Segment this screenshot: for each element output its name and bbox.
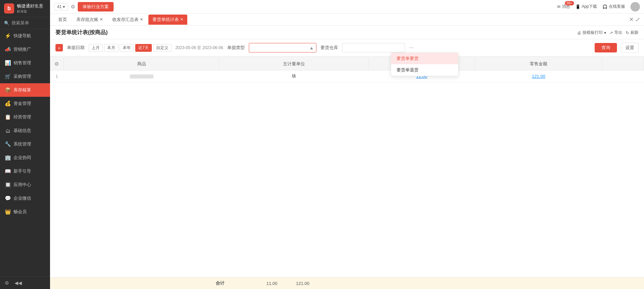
last-7-days-btn[interactable]: 近7天 <box>135 44 152 52</box>
app-download-btn[interactable]: 📱 App下载 <box>575 4 597 9</box>
tab-order-stats[interactable]: 要货单统计表 ✕ <box>148 15 187 25</box>
system-nav-icon: 🔧 <box>5 141 11 147</box>
refresh-btn[interactable]: ↻ 刷新 <box>626 30 639 36</box>
sidebar-nav: ⚡快捷导航📣营销推广📊销售管理🛒采购管理📦库存核算💰资金管理📋经营管理🗂基础信息… <box>0 29 50 276</box>
table-row: 1 块 11.00 121.00 <box>50 70 644 82</box>
topbar-left: 41 ▾ ⚙ 体验行业方案 <box>54 2 554 12</box>
sidebar-item-search[interactable]: 🔍 搜索菜单 <box>0 17 50 29</box>
sidebar-item-system[interactable]: 🔧系统管理 <box>0 137 50 151</box>
app-name: 畅捷通好生意 <box>17 3 43 9</box>
sidebar-item-label: 资金管理 <box>14 101 31 107</box>
messages-btn[interactable]: ✉ 消息 99+ <box>557 4 570 9</box>
type-filter-input[interactable] <box>249 43 316 52</box>
col-unit: 主计量单位 <box>219 58 368 70</box>
dropdown-item-order-return[interactable]: 要货单退货 <box>391 64 458 76</box>
tabs-close-btn[interactable]: ✕ <box>629 16 634 23</box>
tab-order-stats-close[interactable]: ✕ <box>180 17 183 22</box>
row-amount[interactable]: 121.00 <box>475 70 602 82</box>
sidebar-item-sales[interactable]: 📊销售管理 <box>0 56 50 70</box>
tab-collection-summary-label: 收发存汇总表 <box>112 17 139 23</box>
table-header-row: ⚙ 商品 主计量单位 主数量 零售金额 <box>50 58 644 70</box>
this-month-btn[interactable]: 本月 <box>104 44 118 52</box>
sidebar-item-label: 销售管理 <box>14 60 31 66</box>
sidebar-item-purchase[interactable]: 🛒采购管理 <box>0 70 50 83</box>
this-year-btn[interactable]: 本年 <box>120 44 134 52</box>
shortcuts-nav-icon: ⚡ <box>5 33 11 39</box>
dropdown-item-order-goods[interactable]: 要货单要货 <box>391 53 458 64</box>
print-label: 按模板打印 <box>582 30 603 36</box>
print-btn[interactable]: 🖨 按模板打印 ▾ <box>577 30 606 36</box>
sidebar-item-shortcuts[interactable]: ⚡快捷导航 <box>0 29 50 43</box>
tab-home[interactable]: 首页 <box>54 15 71 25</box>
type-filter-arrow[interactable]: ▲ <box>309 45 314 50</box>
sidebar-collapse-icon[interactable]: ◀◀ <box>15 280 22 286</box>
store-selector[interactable]: 41 ▾ <box>54 3 68 10</box>
data-table-container: ⚙ 商品 主计量单位 主数量 零售金额 1 块 11.00 <box>50 58 644 277</box>
tab-inventory-batch-label: 库存批次账 <box>76 17 98 23</box>
sidebar-item-label: 应用中心 <box>14 182 31 188</box>
trial-button[interactable]: 体验行业方案 <box>78 2 114 12</box>
custom-date-btn[interactable]: 自定义 <box>153 44 171 52</box>
messages-badge: 99+ <box>565 1 574 5</box>
sidebar-item-basic-info[interactable]: 🗂基础信息 <box>0 124 50 137</box>
tab-inventory-batch-close[interactable]: ✕ <box>100 17 103 22</box>
tab-collection-summary-close[interactable]: ✕ <box>140 17 143 22</box>
sidebar-item-wechat[interactable]: 💬企业微信 <box>0 192 50 205</box>
footer-total-label: 合计 <box>135 280 224 286</box>
sidebar-settings-icon[interactable]: ⚙ <box>5 280 9 286</box>
sidebar-item-app-center[interactable]: 🔲应用中心 <box>0 178 50 192</box>
date-filter-label: 单据日期 <box>67 45 85 51</box>
row-extra <box>602 70 644 82</box>
export-label: 导出 <box>614 30 622 36</box>
export-icon: ↗ <box>610 30 613 35</box>
sidebar-item-member[interactable]: 👑畅会员 <box>0 205 50 219</box>
query-button[interactable]: 查询 <box>595 43 617 52</box>
filter-expand-btn[interactable]: » <box>55 44 63 51</box>
sidebar-item-enterprise[interactable]: 🏢企业协同 <box>0 151 50 164</box>
sidebar-item-inventory[interactable]: 📦库存核算 <box>0 83 50 97</box>
col-settings[interactable]: ⚙ <box>50 58 64 70</box>
export-btn[interactable]: ↗ 导出 <box>610 30 622 36</box>
main-area: 41 ▾ ⚙ 体验行业方案 ✉ 消息 99+ 📱 App下载 🎧 在线客服 <box>50 0 644 289</box>
sidebar: b 畅捷通好生意 标准版 🔍 搜索菜单 ⚡快捷导航📣营销推广📊销售管理🛒采购管理… <box>0 0 50 289</box>
more-filter-btn[interactable]: ··· <box>409 45 413 51</box>
wechat-nav-icon: 💬 <box>5 195 11 201</box>
sidebar-item-guide[interactable]: 📖新手引导 <box>0 164 50 178</box>
search-nav-icon: 🔍 <box>4 21 9 26</box>
filter-bar: » 单据日期 上月 本月 本年 近7天 自定义 2023-05-06 至 202… <box>50 39 644 57</box>
page-actions: 🖨 按模板打印 ▾ ↗ 导出 ↻ 刷新 <box>577 30 639 36</box>
inventory-nav-icon: 📦 <box>5 87 11 93</box>
sidebar-item-finance[interactable]: 💰资金管理 <box>0 97 50 110</box>
sidebar-item-label: 新手引导 <box>14 168 31 174</box>
tabs-expand-btn[interactable]: ⤢ <box>636 16 640 23</box>
page-content: 要货单统计表(按商品) 🖨 按模板打印 ▾ ↗ 导出 ↻ 刷新 » <box>50 26 644 289</box>
tab-collection-summary[interactable]: 收发存汇总表 ✕ <box>108 15 147 25</box>
online-service-btn[interactable]: 🎧 在线客服 <box>602 4 625 9</box>
table-footer: 合计 11.00 121.00 <box>50 277 644 289</box>
col-amount: 零售金额 <box>475 58 602 70</box>
topbar-settings-icon[interactable]: ⚙ <box>71 4 75 10</box>
sidebar-item-operations[interactable]: 📋经营管理 <box>0 110 50 124</box>
date-range-display: 2023-05-06 至 2023-06-06 <box>175 45 223 51</box>
sidebar-item-label: 基础信息 <box>14 128 31 134</box>
column-settings-icon[interactable]: ⚙ <box>54 61 59 67</box>
page-header: 要货单统计表(按商品) 🖨 按模板打印 ▾ ↗ 导出 ↻ 刷新 <box>50 26 644 39</box>
sidebar-item-label: 快捷导航 <box>14 33 31 39</box>
sidebar-item-marketing[interactable]: 📣营销推广 <box>0 43 50 56</box>
topbar: 41 ▾ ⚙ 体验行业方案 ✉ 消息 99+ 📱 App下载 🎧 在线客服 <box>50 0 644 14</box>
finance-nav-icon: 💰 <box>5 101 11 107</box>
sidebar-item-label: 系统管理 <box>14 141 31 147</box>
marketing-nav-icon: 📣 <box>5 46 11 52</box>
online-service-label: 在线客服 <box>609 4 625 9</box>
user-avatar[interactable] <box>630 2 640 12</box>
refresh-label: 刷新 <box>630 30 639 36</box>
warehouse-filter-input[interactable] <box>342 43 405 52</box>
last-month-btn[interactable]: 上月 <box>89 44 103 52</box>
sidebar-item-label: 采购管理 <box>14 73 31 80</box>
store-number: 41 <box>57 4 62 9</box>
member-nav-icon: 👑 <box>5 209 11 215</box>
settings-button[interactable]: 设置 <box>621 43 639 53</box>
data-table: ⚙ 商品 主计量单位 主数量 零售金额 1 块 11.00 <box>50 58 644 82</box>
logo-text: 畅捷通好生意 标准版 <box>17 3 43 14</box>
tab-inventory-batch[interactable]: 库存批次账 ✕ <box>72 15 107 25</box>
